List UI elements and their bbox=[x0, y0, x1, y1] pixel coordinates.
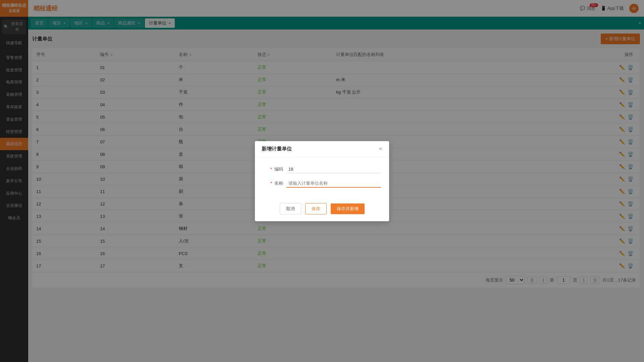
save-button[interactable]: 保存 bbox=[305, 203, 327, 215]
save-and-new-button[interactable]: 保存并新增 bbox=[331, 203, 365, 214]
name-input[interactable] bbox=[286, 179, 381, 188]
required-mark: * bbox=[270, 167, 272, 172]
modal-header: 新增计量单位 × bbox=[255, 141, 389, 157]
modal-title: 新增计量单位 bbox=[262, 146, 292, 152]
cancel-button[interactable]: 取消 bbox=[280, 203, 301, 215]
modal-overlay[interactable]: 新增计量单位 × * 编码 * 名称 取消 保存 保存并新增 bbox=[0, 0, 644, 362]
form-row-name: * 名称 bbox=[263, 179, 381, 188]
code-input[interactable] bbox=[286, 165, 381, 173]
name-label: * 名称 bbox=[263, 180, 283, 186]
required-mark-name: * bbox=[270, 181, 272, 186]
modal-body: * 编码 * 名称 bbox=[255, 157, 389, 199]
add-uom-modal: 新增计量单位 × * 编码 * 名称 取消 保存 保存并新增 bbox=[255, 141, 389, 221]
form-row-code: * 编码 bbox=[263, 165, 381, 173]
code-label: * 编码 bbox=[263, 166, 283, 172]
modal-close-button[interactable]: × bbox=[379, 146, 382, 152]
modal-footer: 取消 保存 保存并新增 bbox=[255, 199, 389, 221]
